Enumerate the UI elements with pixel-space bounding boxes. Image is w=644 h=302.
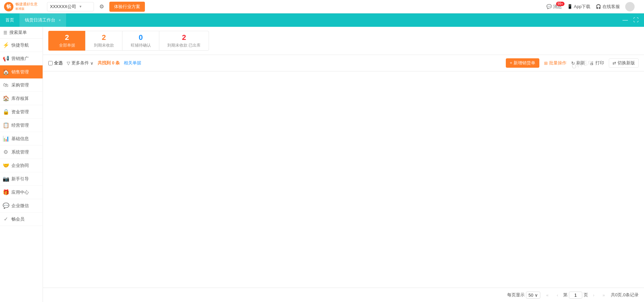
trial-button[interactable]: 体验行业方案	[109, 2, 145, 12]
newbie-label: 新手引导	[11, 176, 29, 182]
sidebar-item-wechat[interactable]: 💬 企业微信	[0, 199, 43, 213]
message-button[interactable]: 💬 消息 99+	[546, 4, 562, 10]
per-page-arrow-icon: ∨	[535, 293, 538, 298]
batch-icon: ⊞	[544, 61, 548, 66]
total-count: 共0页,0条记录	[611, 292, 639, 298]
sidebar-item-inventory[interactable]: 🏠 库存核算	[0, 92, 43, 105]
app-center-label: 应用中心	[11, 189, 29, 195]
purchase-label: 采购管理	[11, 82, 29, 88]
found-count: 共找到 0 条	[98, 60, 120, 66]
close-tab-icon[interactable]: ×	[59, 18, 61, 22]
sidebar-search[interactable]: ☰ 搜索菜单	[0, 27, 43, 39]
tab-minimize-button[interactable]: —	[621, 16, 629, 24]
wechat-label: 企业微信	[11, 203, 29, 209]
basic-info-label: 基础信息	[11, 136, 29, 142]
found-text: 共找到	[98, 60, 111, 65]
app-icon: 📱	[567, 4, 573, 9]
filter-arrow-icon: ∨	[90, 61, 94, 66]
settings-button[interactable]: ⚙	[97, 2, 107, 12]
logo-icon: 畅	[4, 2, 13, 11]
per-page-dropdown[interactable]: 50 ∨	[526, 292, 540, 299]
enterprise-icon: 🤝	[3, 162, 9, 169]
related-order-link[interactable]: 相关单据	[124, 60, 141, 66]
new-order-button[interactable]: + 新增销货单	[506, 58, 539, 68]
tab-workbench-label: 钱货日清工作台	[25, 17, 55, 23]
logo-area: 畅 畅捷通好生意 标准版	[4, 2, 47, 11]
sidebar-item-member[interactable]: ✓ 畅会员	[0, 213, 43, 226]
search-icon: ☰	[3, 30, 7, 35]
tab-maximize-button[interactable]: ⛶	[632, 16, 640, 24]
sidebar-item-app-center[interactable]: 🎁 应用中心	[0, 186, 43, 199]
company-selector[interactable]: XXXXXX公司 ▼	[47, 2, 94, 11]
sidebar-item-marketing[interactable]: 📢 营销推广	[0, 52, 43, 65]
finance-icon: 🔒	[3, 109, 9, 115]
stat-tab-overdue[interactable]: 2 到期未收款	[85, 31, 122, 51]
refresh-icon: ↻	[571, 61, 575, 66]
print-icon: 🖨	[590, 61, 594, 66]
sales-label: 销售管理	[11, 69, 29, 75]
member-icon: ✓	[3, 216, 9, 222]
sidebar-item-quick-nav[interactable]: ⚡ 快捷导航	[0, 39, 43, 52]
logo-char: 畅	[6, 4, 11, 10]
refresh-button[interactable]: ↻ 刷新	[571, 60, 585, 66]
filter-button[interactable]: ▽ 更多条件 ∨	[67, 60, 94, 66]
next-page-button[interactable]: ›	[589, 291, 598, 299]
stat-num-overdue: 2	[102, 33, 106, 42]
stat-tab-wangwang[interactable]: 0 旺辅待确认	[122, 31, 159, 51]
tab-home[interactable]: 首页	[0, 13, 19, 27]
sidebar-item-purchase[interactable]: 🛍 采购管理	[0, 79, 43, 92]
last-page-icon: »	[602, 293, 605, 298]
marketing-label: 营销推广	[11, 56, 29, 62]
table-area	[43, 71, 644, 288]
sidebar-item-system[interactable]: ⚙ 系统管理	[0, 145, 43, 159]
sidebar-item-sales[interactable]: 🏠 销售管理	[0, 65, 43, 79]
pagination: 每页显示 50 ∨ « ‹ 第 页 ›	[43, 288, 644, 302]
sidebar-item-enterprise[interactable]: 🤝 企业协同	[0, 159, 43, 172]
tab-workbench[interactable]: 钱货日清工作台 ×	[19, 13, 66, 27]
logo-line1: 畅捷通好生意	[15, 2, 38, 6]
last-page-button[interactable]: »	[599, 291, 608, 299]
finance-label: 资金管理	[11, 109, 29, 115]
stat-label-wangwang: 旺辅待确认	[131, 43, 151, 48]
sidebar-item-basic-info[interactable]: 📊 基础信息	[0, 132, 43, 145]
prev-page-button[interactable]: ‹	[553, 291, 562, 299]
per-page-label: 每页显示	[507, 292, 525, 298]
top-right: 💬 消息 99+ 📱 App下载 🎧 在线客服	[546, 2, 640, 11]
next-page-icon: ›	[593, 293, 594, 298]
enterprise-label: 企业协同	[11, 163, 29, 169]
page-input[interactable]	[569, 292, 582, 299]
stat-tab-unshipped[interactable]: 2 到期未收款 已出库	[159, 31, 209, 51]
sidebar-item-newbie[interactable]: 📷 新手引导	[0, 172, 43, 186]
select-all-label: 全选	[54, 60, 63, 66]
checkbox-input[interactable]	[48, 61, 53, 65]
top-bar: 畅 畅捷通好生意 标准版 XXXXXX公司 ▼ ⚙ 体验行业方案 💬 消息 99…	[0, 0, 644, 13]
message-badge: 99+	[556, 2, 565, 6]
tab-bar-actions: — ⛶	[621, 16, 644, 24]
system-label: 系统管理	[11, 149, 29, 155]
basic-info-icon: 📊	[3, 135, 9, 142]
tab-bar: 首页 钱货日清工作台 × — ⛶	[0, 13, 644, 27]
wechat-icon: 💬	[3, 202, 9, 209]
company-name: XXXXXX公司	[50, 4, 76, 10]
print-button[interactable]: 🖨 打印	[590, 60, 604, 66]
first-page-button[interactable]: «	[543, 291, 552, 299]
sidebar-item-operations[interactable]: 📋 经营管理	[0, 119, 43, 132]
select-all-checkbox[interactable]: 全选	[48, 60, 63, 66]
batch-op-button[interactable]: ⊞ 批量操作	[544, 60, 567, 66]
sidebar-item-finance[interactable]: 🔒 资金管理	[0, 105, 43, 119]
system-icon: ⚙	[3, 149, 9, 155]
purchase-icon: 🛍	[3, 82, 9, 88]
online-service-button[interactable]: 🎧 在线客服	[596, 4, 620, 10]
inventory-label: 库存核算	[11, 96, 29, 102]
company-dropdown-arrow: ▼	[79, 5, 82, 8]
stat-label-unshipped: 到期未收款 已出库	[167, 43, 201, 48]
page-nav: « ‹ 第 页 › »	[543, 291, 608, 299]
stat-tab-all[interactable]: 2 全部单据	[48, 31, 85, 51]
app-download-button[interactable]: 📱 App下载	[567, 4, 590, 10]
message-icon: 💬	[546, 4, 552, 9]
switch-version-button[interactable]: ⇄ 切换新版	[609, 58, 639, 68]
app-center-icon: 🎁	[3, 189, 9, 195]
logo-line2: 标准版	[15, 7, 38, 11]
avatar[interactable]	[625, 2, 635, 11]
per-page-value: 50	[528, 293, 533, 298]
